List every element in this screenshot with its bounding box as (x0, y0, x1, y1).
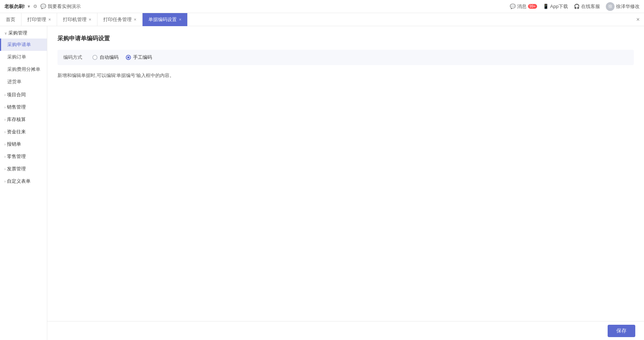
tab-home-label: 首页 (6, 16, 15, 23)
sidebar-group-inventory: › 库存核算 (0, 113, 47, 125)
sidebar-group-capital-arrow: › (4, 130, 5, 134)
demo-chat-icon: 💬 (40, 4, 46, 9)
radio-auto-code-label: 自动编码 (100, 54, 119, 61)
tab-printer-mgmt-label: 打印机管理 (63, 16, 87, 23)
sidebar-group-custom-form-title[interactable]: › 自定义表单 (0, 174, 47, 187)
headset-icon: 🎧 (574, 4, 580, 9)
sidebar-group-purchase-title[interactable]: ∨ 采购管理 (0, 26, 47, 39)
radio-group-encoding: 自动编码 手工编码 (92, 54, 152, 61)
sidebar-group-returns-title[interactable]: › 报销单 (0, 137, 47, 150)
sidebar-group-invoice-arrow: › (4, 167, 5, 171)
demo-text: 我要看实例演示 (48, 3, 81, 10)
tab-bar-close-all-icon[interactable]: × (632, 16, 644, 23)
content-area: 采购申请单编码设置 编码方式 自动编码 手工编码 新增和编辑单据时,可以编辑'单… (47, 26, 644, 340)
tab-printer-mgmt[interactable]: 打印机管理 × (57, 13, 97, 26)
main-layout: ∨ 采购管理 采购申请单 采购订单 采购费用分摊单 进货单 › 项目合同 (0, 26, 644, 340)
sidebar-group-capital-label: 资金往来 (7, 129, 26, 135)
user-info-button[interactable]: 徐 徐泽华修改 (606, 2, 640, 11)
sidebar-group-sales-mgmt: › 销售管理 (0, 100, 47, 113)
sidebar: ∨ 采购管理 采购申请单 采购订单 采购费用分摊单 进货单 › 项目合同 (0, 26, 47, 340)
tab-print-task-mgmt-close-icon[interactable]: × (134, 17, 136, 22)
tab-single-code-setting-label: 单据编码设置 (148, 16, 177, 23)
sidebar-group-sales-mgmt-label: 销售管理 (7, 104, 26, 110)
sidebar-group-invoice: › 发票管理 (0, 162, 47, 174)
sidebar-group-inventory-label: 库存核算 (7, 116, 26, 123)
sidebar-group-returns-arrow: › (4, 142, 5, 146)
encoding-label: 编码方式 (63, 54, 85, 61)
tab-print-task-mgmt[interactable]: 打印任务管理 × (97, 13, 143, 26)
sidebar-item-purchase-request[interactable]: 采购申请单 (0, 39, 47, 51)
sidebar-group-purchase-arrow: ∨ (4, 31, 7, 35)
sidebar-item-purchase-order-label: 采购订单 (7, 54, 26, 60)
app-download-label: App下载 (550, 3, 568, 10)
content-inner: 采购申请单编码设置 编码方式 自动编码 手工编码 新增和编辑单据时,可以编辑'单… (47, 26, 644, 321)
app-logo: 老板勿刷! (4, 3, 25, 10)
sidebar-item-purchase-expense-label: 采购费用分摊单 (7, 66, 40, 72)
sidebar-group-capital-title[interactable]: › 资金往来 (0, 125, 47, 137)
tab-single-code-setting-close-icon[interactable]: × (179, 17, 181, 22)
top-bar-right: 💬 消息 99+ 📱 App下载 🎧 在线客服 徐 徐泽华修改 (510, 2, 640, 11)
online-service-button[interactable]: 🎧 在线客服 (574, 3, 600, 10)
radio-auto-code[interactable]: 自动编码 (92, 54, 119, 61)
save-button[interactable]: 保存 (608, 325, 635, 337)
sidebar-group-inventory-arrow: › (4, 118, 5, 122)
encoding-form-row: 编码方式 自动编码 手工编码 (57, 50, 634, 65)
settings-gear-icon[interactable]: ⚙ (33, 4, 37, 9)
message-label: 消息 (517, 3, 527, 10)
online-service-label: 在线客服 (581, 3, 600, 10)
page-title: 采购申请单编码设置 (57, 35, 634, 42)
radio-manual-code-circle (126, 55, 131, 60)
sidebar-group-sales-mgmt-title[interactable]: › 销售管理 (0, 100, 47, 113)
tab-print-task-mgmt-label: 打印任务管理 (103, 16, 132, 23)
tab-printer-mgmt-close-icon[interactable]: × (89, 17, 91, 22)
app-download-icon: 📱 (543, 4, 549, 9)
sidebar-group-project-contract: › 项目合同 (0, 88, 47, 100)
sidebar-group-retail-arrow: › (4, 155, 5, 159)
tab-single-code-setting[interactable]: 单据编码设置 × (143, 13, 188, 26)
sidebar-group-capital: › 资金往来 (0, 125, 47, 137)
tab-print-mgmt-label: 打印管理 (27, 16, 46, 23)
top-bar: 老板勿刷! ▾ ⚙ 💬 我要看实例演示 💬 消息 99+ 📱 App下载 🎧 在… (0, 0, 644, 13)
sidebar-item-purchase-expense[interactable]: 采购费用分摊单 (0, 63, 47, 76)
sidebar-group-project-contract-title[interactable]: › 项目合同 (0, 88, 47, 100)
message-button[interactable]: 💬 消息 99+ (510, 3, 537, 10)
sidebar-group-custom-form-label: 自定义表单 (7, 178, 31, 185)
sidebar-group-sales-mgmt-arrow: › (4, 105, 5, 109)
sidebar-item-purchase-order[interactable]: 采购订单 (0, 51, 47, 63)
message-icon: 💬 (510, 4, 516, 9)
demo-link[interactable]: 💬 我要看实例演示 (40, 3, 81, 10)
sidebar-group-project-contract-label: 项目合同 (7, 92, 26, 98)
sidebar-group-project-contract-arrow: › (4, 93, 5, 97)
radio-manual-code[interactable]: 手工编码 (126, 54, 152, 61)
user-avatar: 徐 (606, 2, 615, 11)
tab-print-mgmt-close-icon[interactable]: × (48, 17, 51, 22)
sidebar-group-retail-label: 零售管理 (7, 153, 26, 160)
content-footer: 保存 (47, 321, 644, 340)
tab-print-mgmt[interactable]: 打印管理 × (21, 13, 57, 26)
app-download-button[interactable]: 📱 App下载 (543, 3, 568, 10)
sidebar-group-purchase: ∨ 采购管理 采购申请单 采购订单 采购费用分摊单 进货单 (0, 26, 47, 88)
message-badge: 99+ (528, 4, 537, 9)
sidebar-item-purchase-request-label: 采购申请单 (7, 42, 31, 47)
logo-dropdown-icon[interactable]: ▾ (28, 4, 30, 9)
tab-home[interactable]: 首页 (0, 13, 21, 26)
username-label: 徐泽华修改 (616, 3, 640, 10)
sidebar-group-invoice-title[interactable]: › 发票管理 (0, 162, 47, 174)
sidebar-item-purchase-receipt-label: 进货单 (7, 79, 21, 84)
top-bar-left: 老板勿刷! ▾ ⚙ 💬 我要看实例演示 (4, 3, 81, 10)
sidebar-group-returns-label: 报销单 (7, 141, 21, 147)
hint-text: 新增和编辑单据时,可以编辑'单据编号'输入框中的内容。 (57, 71, 634, 80)
sidebar-group-retail-title[interactable]: › 零售管理 (0, 150, 47, 162)
sidebar-group-custom-form-arrow: › (4, 179, 5, 183)
sidebar-group-retail: › 零售管理 (0, 150, 47, 162)
radio-auto-code-circle (92, 55, 97, 60)
sidebar-group-returns: › 报销单 (0, 137, 47, 150)
sidebar-group-purchase-label: 采购管理 (8, 30, 27, 36)
tab-bar: 首页 打印管理 × 打印机管理 × 打印任务管理 × 单据编码设置 × × (0, 13, 644, 26)
sidebar-group-invoice-label: 发票管理 (7, 166, 26, 172)
radio-manual-code-label: 手工编码 (133, 54, 152, 61)
sidebar-group-custom-form: › 自定义表单 (0, 174, 47, 187)
sidebar-item-purchase-receipt[interactable]: 进货单 (0, 76, 47, 88)
sidebar-group-inventory-title[interactable]: › 库存核算 (0, 113, 47, 125)
